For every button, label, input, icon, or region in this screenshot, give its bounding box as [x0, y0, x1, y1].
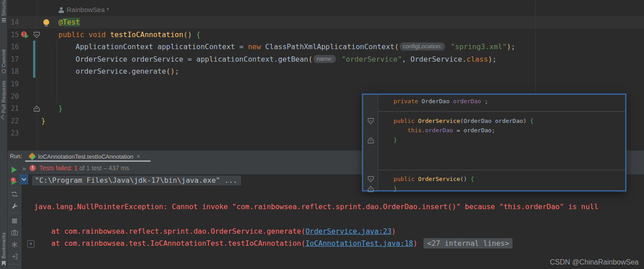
stripe-button-bookmarks[interactable]: Bookmarks: [0, 232, 7, 266]
console-fold-chevron[interactable]: [20, 174, 28, 185]
code-segment: at com.rainbowsea.reflect.sprint.dao.Ord…: [34, 227, 305, 235]
line-number: 21: [8, 102, 19, 115]
stripe-label: Pull Requests: [1, 80, 6, 113]
code-line-14: 14 @Test: [0, 16, 644, 29]
rerun-button[interactable]: [7, 165, 21, 175]
popup-separator: [378, 170, 625, 170]
toggle-auto-test-button[interactable]: [7, 189, 21, 199]
run-play-icon: [25, 34, 29, 38]
parameter-hint-inlay: configLocation:: [400, 42, 445, 50]
code-line-vision: RainbowSea *: [0, 4, 644, 16]
popup-code-line: private OrderDao orderDao ;: [363, 97, 625, 106]
refresh-icon: [11, 191, 18, 198]
popup-code-line: [363, 145, 625, 155]
code-segment: ): [392, 227, 396, 235]
code-segment: (): [166, 67, 174, 76]
expand-chevrons-icon[interactable]: »: [22, 162, 26, 174]
console-line: "C:\Program Files\Java\jdk-17\bin\java.e…: [32, 175, 241, 185]
code-segment: {: [530, 118, 534, 124]
fold-marker-down-icon[interactable]: [368, 118, 374, 124]
tests-failed-icon: !: [30, 165, 36, 171]
import-test-results-button[interactable]: [7, 252, 21, 261]
fold-marker-up-icon[interactable]: [368, 186, 374, 192]
run-panel-label: Run:: [10, 151, 22, 162]
test-options-button[interactable]: [7, 240, 21, 249]
stripe-label: Bookmarks: [1, 232, 6, 259]
code-segment: private: [394, 98, 418, 105]
code-segment: [41, 104, 59, 113]
camera-icon: [11, 230, 18, 235]
code-segment: (): [460, 176, 470, 182]
close-tab-icon[interactable]: ×: [136, 153, 140, 160]
fold-marker-down-icon[interactable]: [34, 32, 40, 38]
rerun-failed-icon: !: [11, 177, 16, 182]
refresh-icon: [16, 195, 17, 197]
code-segment: java.lang.NullPointerException: Cannot i…: [34, 202, 598, 211]
code-segment: ): [413, 239, 418, 248]
code-line-16: 16 ApplicationContext applicationContext…: [0, 41, 644, 53]
fold-marker-up-icon[interactable]: [368, 137, 374, 143]
code-segment: (): [183, 30, 192, 39]
code-segment: generate: [131, 67, 166, 76]
exit-icon: [11, 253, 18, 260]
code-segment: public: [394, 176, 418, 182]
code-segment: }: [394, 137, 397, 143]
code-segment: ;: [492, 55, 497, 63]
toolbar-separator: [9, 212, 20, 213]
code-segment: [41, 18, 59, 26]
stripe-label: Commit: [1, 49, 6, 67]
quick-definition-popup[interactable]: private OrderDao orderDao ;public OrderS…: [362, 94, 626, 191]
popup-line-text: }: [394, 184, 397, 194]
stop-button[interactable]: [7, 216, 21, 226]
code-segment: [192, 30, 196, 39]
tool-window-stripe: StructureCommitPull RequestsBookmarks: [0, 0, 8, 269]
code-segment: }: [41, 117, 46, 125]
popup-line-text: public OrderService(OrderDao orderDao) {: [394, 116, 534, 126]
refresh-icon: [11, 191, 13, 193]
code-vision-author[interactable]: RainbowSea *: [59, 4, 109, 16]
popup-line-text: private OrderDao orderDao ;: [394, 97, 488, 106]
code-segment: [41, 30, 59, 39]
code-line-text: orderService.generate();: [41, 65, 179, 78]
code-segment: ): [507, 42, 511, 51]
code-segment: testIoCAnnotation: [110, 30, 183, 39]
code-line-text: }: [41, 115, 46, 127]
stripe-button-structure[interactable]: Structure: [0, 0, 7, 22]
bookmarks-icon: [2, 261, 6, 266]
thread-dump-button[interactable]: [7, 227, 21, 237]
code-line-15: 15! public void testIoCAnnotation() {: [0, 29, 644, 41]
code-segment: ;: [481, 98, 488, 105]
stripe-label: Structure: [1, 0, 6, 16]
code-segment: [394, 127, 407, 134]
popup-line-text: public OrderService() {: [394, 174, 474, 184]
line-number: 15: [8, 29, 19, 41]
fold-marker-down-icon[interactable]: [368, 176, 374, 182]
popup-code-line: }: [363, 184, 625, 194]
console-line: at com.rainbowsea.reflect.sprint.dao.Ord…: [34, 226, 396, 236]
parameter-hint-inlay: name:: [314, 55, 336, 63]
code-line-text: public void testIoCAnnotation() {: [41, 29, 200, 41]
code-line-text: ApplicationContext applicationContext = …: [41, 41, 515, 53]
code-segment: public: [394, 118, 418, 124]
expand-folded-lines-icon[interactable]: +: [27, 240, 34, 248]
tests-summary: of 1 test – 437 ms: [78, 164, 129, 172]
failed-test-run-icon[interactable]: !: [21, 31, 28, 38]
popup-code-line: [363, 155, 625, 165]
stripe-button-pull-requests[interactable]: Pull Requests: [0, 80, 7, 119]
vcs-change-marker: [33, 65, 35, 78]
code-vision-author-label: RainbowSea *: [67, 4, 109, 16]
test-settings-button[interactable]: [7, 201, 21, 211]
commit-icon: [2, 69, 6, 73]
stacktrace-link[interactable]: OrderService.java:23: [305, 227, 392, 235]
vcs-change-marker: [33, 41, 35, 53]
code-segment: @: [59, 18, 63, 26]
junit-test-icon: [29, 153, 36, 160]
code-line-text: }: [41, 102, 63, 115]
stripe-button-commit[interactable]: Commit: [0, 49, 7, 73]
fold-marker-up-icon[interactable]: [34, 105, 40, 112]
code-segment: OrderService orderService = applicationC…: [41, 55, 308, 63]
stacktrace-link[interactable]: IoCAnnotationTest.java:18: [305, 239, 413, 248]
pull-requests-icon: [1, 114, 6, 119]
refresh-icon: [13, 194, 16, 196]
code-segment: new: [248, 42, 261, 51]
